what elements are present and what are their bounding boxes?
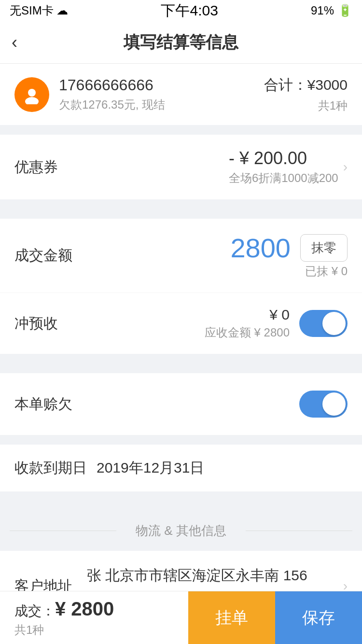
debt-toggle[interactable] bbox=[299, 391, 348, 418]
coupon-description: 全场6折满1000减200 bbox=[229, 170, 338, 186]
save-button[interactable]: 保存 bbox=[275, 591, 362, 644]
section-divider-4 bbox=[0, 501, 362, 511]
bottom-deal-amount: ¥ 2800 bbox=[55, 598, 114, 619]
battery-icon: 🔋 bbox=[338, 4, 352, 17]
due-date-label: 收款到期日 bbox=[14, 458, 87, 478]
divider-line-right bbox=[246, 531, 352, 531]
logistics-divider-text: 物流 & 其他信息 bbox=[136, 522, 226, 539]
coupon-right: - ¥ 200.00 全场6折满1000减200 › bbox=[229, 148, 348, 186]
deal-amount-row: 成交金额 2800 抹零 已抹 ¥ 0 bbox=[0, 219, 362, 293]
prepayment-info: ¥ 0 应收金额 ¥ 2800 bbox=[205, 307, 290, 340]
divider-line-left bbox=[10, 531, 116, 531]
status-bar: 无SIM卡 ☁ 下午4:03 91% 🔋 bbox=[0, 0, 362, 21]
status-bar-time: 下午4:03 bbox=[161, 1, 218, 21]
user-sub-text: 欠款1276.35元, 现结 bbox=[59, 97, 165, 112]
prepayment-amount: ¥ 0 bbox=[205, 307, 290, 323]
user-details: 17666666666 欠款1276.35元, 现结 bbox=[59, 76, 165, 112]
svg-point-0 bbox=[28, 89, 36, 97]
bottom-deal-label: 成交： bbox=[14, 603, 55, 618]
section-divider-1 bbox=[0, 209, 362, 219]
prepayment-right: ¥ 0 应收金额 ¥ 2800 bbox=[205, 307, 348, 340]
section-divider-3 bbox=[0, 435, 362, 445]
user-card: 17666666666 欠款1276.35元, 现结 合计：¥3000 共1种 bbox=[0, 64, 362, 125]
prepayment-toggle[interactable] bbox=[299, 310, 348, 337]
coupon-row[interactable]: 优惠券 - ¥ 200.00 全场6折满1000减200 › bbox=[0, 135, 362, 199]
bottom-deal-line: 成交：¥ 2800 bbox=[14, 598, 174, 620]
pending-button[interactable]: 挂单 bbox=[188, 591, 275, 644]
coupon-info: - ¥ 200.00 全场6折满1000减200 bbox=[229, 148, 338, 186]
round-down-button[interactable]: 抹零 bbox=[300, 234, 348, 262]
due-date-row: 收款到期日 2019年12月31日 bbox=[0, 445, 362, 491]
prepayment-row: 冲预收 ¥ 0 应收金额 ¥ 2800 bbox=[0, 293, 362, 354]
deal-amount-value: 2800 bbox=[230, 232, 291, 264]
prepayment-sub: 应收金额 ¥ 2800 bbox=[205, 325, 290, 340]
user-total-info: 合计：¥3000 共1种 bbox=[264, 75, 348, 113]
deal-amount-controls: 2800 抹零 bbox=[230, 232, 348, 264]
coupon-amount: - ¥ 200.00 bbox=[229, 148, 338, 168]
section-divider-2 bbox=[0, 364, 362, 373]
user-info-left: 17666666666 欠款1276.35元, 现结 bbox=[14, 76, 165, 112]
status-bar-right: 91% 🔋 bbox=[311, 4, 352, 17]
back-button[interactable]: ‹ bbox=[12, 32, 17, 53]
chevron-right-icon: › bbox=[343, 159, 348, 175]
total-amount: ¥3000 bbox=[307, 77, 348, 93]
user-total: 合计：¥3000 bbox=[264, 75, 348, 95]
toggle-knob bbox=[322, 312, 346, 335]
status-bar-left: 无SIM卡 ☁ bbox=[10, 3, 68, 18]
user-count: 共1种 bbox=[264, 98, 348, 113]
due-date-value: 2019年12月31日 bbox=[97, 458, 204, 478]
deal-amount-section: 成交金额 2800 抹零 已抹 ¥ 0 冲预收 ¥ 0 应收金额 ¥ 2800 bbox=[0, 219, 362, 354]
total-label: 合计： bbox=[264, 77, 307, 93]
debt-toggle-knob bbox=[322, 392, 346, 416]
logistics-divider: 物流 & 其他信息 bbox=[0, 511, 362, 551]
deal-amount-sub: 已抹 ¥ 0 bbox=[230, 264, 348, 279]
bottom-summary: 成交：¥ 2800 共1种 bbox=[0, 598, 188, 638]
deal-amount-label: 成交金额 bbox=[14, 246, 72, 266]
debt-label: 本单赊欠 bbox=[14, 394, 72, 414]
bottom-count: 共1种 bbox=[14, 622, 174, 638]
coupon-label: 优惠券 bbox=[14, 157, 58, 177]
avatar bbox=[14, 77, 49, 112]
page-title: 填写结算等信息 bbox=[124, 31, 238, 54]
bottom-bar: 成交：¥ 2800 共1种 挂单 保存 bbox=[0, 591, 362, 644]
deal-amount-right-area: 2800 抹零 已抹 ¥ 0 bbox=[230, 232, 348, 279]
sim-status: 无SIM卡 ☁ bbox=[10, 3, 68, 18]
user-phone: 17666666666 bbox=[59, 76, 165, 94]
prepayment-label: 冲预收 bbox=[14, 314, 58, 334]
nav-bar: ‹ 填写结算等信息 bbox=[0, 21, 362, 64]
svg-point-1 bbox=[25, 97, 39, 104]
main-content: 17666666666 欠款1276.35元, 现结 合计：¥3000 共1种 … bbox=[0, 64, 362, 644]
battery-status: 91% bbox=[311, 4, 334, 17]
debt-row: 本单赊欠 bbox=[0, 373, 362, 435]
